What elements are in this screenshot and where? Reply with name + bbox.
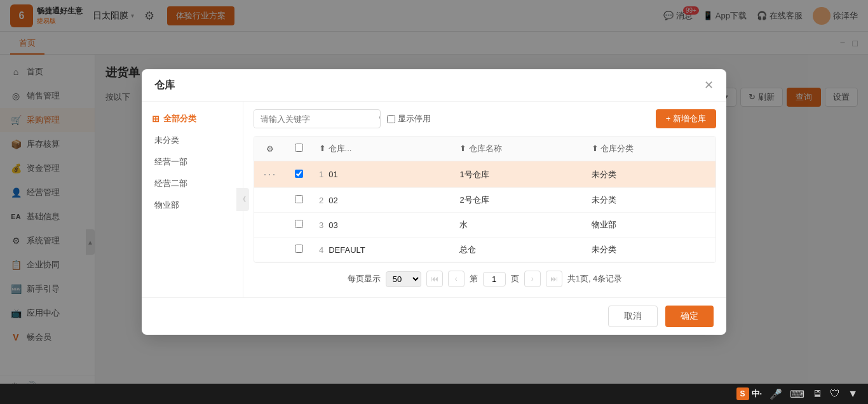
monitor-icon[interactable]: 🖥 [812, 388, 822, 400]
row-checkbox-cell [286, 188, 311, 213]
confirm-button[interactable]: 确定 [665, 306, 714, 327]
row-num-and-code: 101 [311, 161, 452, 188]
warehouse-modal: 仓库 ✕ ⊞ 全部分类 《 未分类 经营一部 经营二部 物业部 [142, 69, 726, 335]
show-disabled-checkbox[interactable] [387, 115, 395, 123]
show-disabled-label[interactable]: 显示停用 [387, 113, 431, 125]
modal-category-title: 全部分类 [163, 113, 196, 125]
modal-close-btn[interactable]: ✕ [704, 78, 714, 92]
shield-icon[interactable]: 🛡 [830, 388, 840, 400]
next-page-btn[interactable]: › [524, 271, 541, 287]
first-page-btn[interactable]: ⏮ [426, 271, 443, 287]
table-row[interactable]: ··· 101 1号仓库 未分类 [254, 161, 715, 188]
col-settings: ⚙ [254, 137, 286, 161]
page-total: 共1页, 4条记录 [567, 273, 623, 285]
table-row[interactable]: 303 水 物业部 [254, 213, 715, 238]
grid-icon: ⊞ [152, 114, 159, 124]
row-actions [254, 238, 286, 262]
cancel-button[interactable]: 取消 [608, 306, 658, 327]
modal-body: ⊞ 全部分类 《 未分类 经营一部 经营二部 物业部 🔍 [142, 102, 726, 297]
search-input[interactable] [254, 111, 374, 128]
mic-icon[interactable]: 🎤 [770, 388, 782, 400]
page-input[interactable] [483, 272, 506, 286]
category-item-ops2[interactable]: 经营二部 [142, 173, 243, 194]
modal-category-panel: ⊞ 全部分类 《 未分类 经营一部 经营二部 物业部 [142, 102, 243, 297]
row-category: 物业部 [584, 213, 715, 238]
row-name: 2号仓库 [452, 188, 583, 213]
col-check [286, 137, 311, 161]
row-category: 未分类 [584, 238, 715, 262]
row-num-and-code: 4DEFAULT [311, 238, 452, 262]
modal-header: 仓库 ✕ [142, 69, 726, 102]
add-warehouse-btn[interactable]: + 新增仓库 [656, 109, 716, 128]
row-name: 1号仓库 [452, 161, 583, 188]
pagination: 每页显示 50 100 200 ⏮ ‹ 第 页 › ⏭ 共1页, 4条记录 [254, 263, 716, 290]
last-page-btn[interactable]: ⏭ [546, 271, 562, 287]
row-actions [254, 188, 286, 213]
page-size-select[interactable]: 50 100 200 [386, 271, 421, 287]
bottom-logo: S 中· [736, 387, 763, 400]
row-checkbox[interactable] [295, 220, 303, 228]
col-code: ⬆ 仓库... [311, 137, 452, 161]
page-unit: 页 [511, 273, 519, 285]
select-all-checkbox[interactable] [295, 144, 303, 152]
modal-footer: 取消 确定 [142, 297, 726, 335]
bottom-bar: S 中· 🎤 ⌨ 🖥 🛡 ▼ [0, 384, 868, 404]
row-checkbox[interactable] [295, 245, 303, 253]
search-submit-btn[interactable]: 🔍 [374, 110, 381, 128]
row-checkbox[interactable] [295, 195, 303, 203]
row-num-and-code: 303 [311, 213, 452, 238]
row-num-and-code: 202 [311, 188, 452, 213]
search-box: 🔍 [254, 109, 381, 128]
arrow-down-icon[interactable]: ▼ [848, 388, 858, 400]
prev-page-btn[interactable]: ‹ [448, 271, 465, 287]
category-item-property[interactable]: 物业部 [142, 194, 243, 216]
keyboard-icon[interactable]: ⌨ [790, 388, 804, 400]
table-row[interactable]: 202 2号仓库 未分类 [254, 188, 715, 213]
row-category: 未分类 [584, 161, 715, 188]
row-checkbox-cell [286, 238, 311, 262]
category-item-unclassified[interactable]: 未分类 [142, 130, 243, 151]
modal-toolbar: 🔍 显示停用 + 新增仓库 [254, 109, 716, 128]
page-text: 第 [470, 273, 478, 285]
bottom-label: 中· [752, 388, 763, 400]
row-checkbox-cell [286, 213, 311, 238]
page-size-label: 每页显示 [348, 273, 381, 285]
row-actions [254, 213, 286, 238]
table-row[interactable]: 4DEFAULT 总仓 未分类 [254, 238, 715, 262]
row-name: 水 [452, 213, 583, 238]
panel-collapse-btn[interactable]: 《 [236, 188, 249, 211]
modal-title: 仓库 [154, 79, 175, 92]
row-checkbox-cell [286, 161, 311, 188]
row-name: 总仓 [452, 238, 583, 262]
row-actions: ··· [254, 161, 286, 188]
table-header-row: ⚙ ⬆ 仓库... ⬆ 仓库名称 ⬆ 仓库分类 [254, 137, 715, 161]
row-checkbox[interactable] [295, 170, 303, 178]
col-name: ⬆ 仓库名称 [452, 137, 583, 161]
modal-category-header[interactable]: ⊞ 全部分类 [142, 108, 243, 130]
modal-overlay: 仓库 ✕ ⊞ 全部分类 《 未分类 经营一部 经营二部 物业部 [0, 0, 868, 404]
row-category: 未分类 [584, 188, 715, 213]
warehouse-table: ⚙ ⬆ 仓库... ⬆ 仓库名称 ⬆ 仓库分类 [254, 136, 716, 263]
col-category: ⬆ 仓库分类 [584, 137, 715, 161]
category-item-ops1[interactable]: 经营一部 [142, 151, 243, 173]
bottom-s-icon: S [736, 387, 749, 400]
row-dots-btn[interactable]: ··· [263, 168, 276, 181]
modal-content: 🔍 显示停用 + 新增仓库 ⚙ [243, 102, 726, 297]
